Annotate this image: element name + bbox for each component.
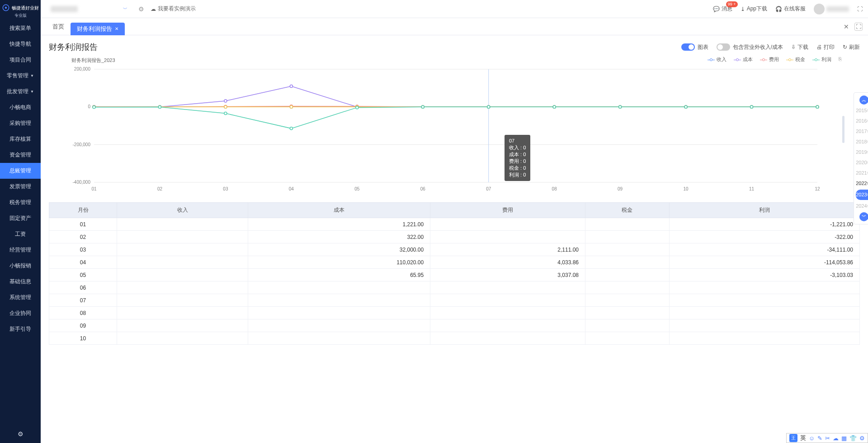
year-2020年[interactable]: 2020年: [854, 157, 868, 168]
year-2024年[interactable]: 2024年: [854, 201, 868, 211]
year-2018年[interactable]: 2018年: [854, 137, 868, 147]
cell-expense: [430, 231, 585, 243]
year-2015年[interactable]: 2015年: [854, 105, 868, 116]
cell-cost: [248, 332, 430, 345]
download-icon: ⤓: [741, 6, 745, 12]
sidebar-item-11[interactable]: 税务管理: [0, 195, 41, 210]
ime-scissors-icon[interactable]: ✂: [825, 435, 830, 442]
sidebar-item-0[interactable]: 搜索菜单: [0, 20, 41, 36]
year-2021年[interactable]: 2021年: [854, 168, 868, 178]
sidebar-item-8[interactable]: 资金管理: [0, 147, 41, 163]
svg-text:09: 09: [618, 186, 623, 191]
profit-chart[interactable]: 200,0000-200,000-400,0000102030405060708…: [49, 65, 826, 196]
cell-cost: [248, 307, 430, 319]
sidebar-item-2[interactable]: 项目合同: [0, 52, 41, 68]
col-cost: 成本: [248, 203, 430, 218]
ime-edit-icon[interactable]: ✎: [817, 435, 822, 442]
headset-icon: 🎧: [775, 6, 782, 12]
sidebar-item-1[interactable]: 快捷导航: [0, 36, 41, 52]
cell-income: [117, 243, 248, 256]
legend-save-icon[interactable]: ⎘: [839, 56, 842, 63]
year-panel: ︽ 2015年2016年2017年2018年2019年2020年2021年202…: [854, 92, 868, 224]
cell-income: [117, 307, 248, 319]
org-name-blurred: [51, 6, 78, 12]
year-2019年[interactable]: 2019年: [854, 147, 868, 157]
ime-panel-icon[interactable]: ▦: [841, 435, 847, 442]
settings-icon[interactable]: ⚙: [138, 5, 144, 13]
sidebar-item-5[interactable]: 小畅电商: [0, 100, 41, 115]
svg-text:05: 05: [354, 186, 360, 191]
cell-month: 10: [49, 332, 117, 345]
year-2022年[interactable]: 2022年: [854, 178, 868, 189]
cell-tax: [585, 294, 670, 307]
tab-home[interactable]: 首页: [46, 18, 71, 35]
fullscreen-icon[interactable]: ⛶: [857, 6, 863, 12]
expand-icon[interactable]: ⛶: [854, 23, 863, 31]
extra-cost-toggle[interactable]: [717, 43, 730, 51]
legend-expense[interactable]: 费用: [760, 56, 779, 63]
legend-cost[interactable]: 成本: [734, 56, 753, 63]
ime-smile-icon[interactable]: ☺: [809, 435, 815, 442]
close-icon[interactable]: ✕: [115, 26, 118, 31]
sidebar-item-3[interactable]: 零售管理▼: [0, 68, 41, 84]
panel-drag-handle[interactable]: [842, 116, 844, 143]
messages-button[interactable]: 💬 消息 99 +: [713, 5, 732, 13]
legend-profit[interactable]: 利润: [812, 56, 831, 63]
sidebar-item-7[interactable]: 库存核算: [0, 131, 41, 147]
ime-toolbar[interactable]: 王 英 ☺ ✎ ✂ ☁ ▦ 👕 ⚙: [786, 433, 868, 443]
sidebar-item-13[interactable]: 工资: [0, 226, 41, 242]
year-2016年[interactable]: 2016年: [854, 116, 868, 126]
year-2017年[interactable]: 2017年: [854, 126, 868, 137]
cell-month: 09: [49, 319, 117, 332]
sidebar-settings-icon[interactable]: ⚙: [12, 425, 29, 443]
ime-cloud-icon[interactable]: ☁: [833, 435, 839, 442]
user-menu[interactable]: [814, 4, 849, 14]
svg-text:04: 04: [289, 186, 294, 191]
cell-tax: [585, 307, 670, 319]
cell-month: 07: [49, 294, 117, 307]
svg-point-38: [290, 85, 292, 87]
sidebar-item-4[interactable]: 批发管理▼: [0, 84, 41, 100]
sidebar-item-15[interactable]: 小畅报销: [0, 258, 41, 274]
ime-main-icon[interactable]: 王: [789, 434, 797, 442]
svg-point-72: [158, 105, 161, 108]
svg-text:03: 03: [223, 186, 228, 191]
sidebar-item-18[interactable]: 企业协同: [0, 305, 41, 321]
cell-cost: [248, 281, 430, 294]
chart-toggle[interactable]: [681, 43, 695, 51]
sidebar-item-12[interactable]: 固定资产: [0, 210, 41, 226]
legend-tax[interactable]: 税金: [786, 56, 805, 63]
app-download-button[interactable]: ⤓ App下载: [741, 5, 767, 13]
tab-profit-report[interactable]: 财务利润报告 ✕: [71, 23, 125, 35]
cell-cost: [248, 319, 430, 332]
table-row: 06: [49, 281, 860, 294]
ime-settings-icon[interactable]: ⚙: [859, 435, 865, 442]
download-button[interactable]: ⇩下载: [791, 43, 808, 51]
close-all-tabs-icon[interactable]: ✕: [844, 23, 849, 30]
refresh-button[interactable]: ↻刷新: [843, 43, 860, 51]
sidebar-item-19[interactable]: 新手引导: [0, 321, 41, 337]
svg-point-79: [619, 105, 622, 108]
sidebar-item-17[interactable]: 系统管理: [0, 290, 41, 305]
sidebar-item-16[interactable]: 基础信息: [0, 274, 41, 290]
year-scroll-down-icon[interactable]: ︾: [859, 212, 868, 221]
sidebar-item-9[interactable]: 总账管理: [0, 163, 41, 179]
chart-toggle-label: 图表: [698, 43, 708, 51]
org-selector[interactable]: ﹀: [46, 3, 132, 15]
sidebar-item-6[interactable]: 采购管理: [0, 115, 41, 131]
cell-tax: [585, 332, 670, 345]
cell-tax: [585, 281, 670, 294]
demo-link[interactable]: ☁ 我要看实例演示: [151, 5, 196, 13]
sidebar-item-10[interactable]: 发票管理: [0, 179, 41, 195]
ime-shirt-icon[interactable]: 👕: [849, 435, 857, 442]
customer-service-button[interactable]: 🎧 在线客服: [775, 5, 806, 13]
cell-income: [117, 231, 248, 243]
year-2023年[interactable]: 2023年: [856, 190, 868, 200]
ime-lang[interactable]: 英: [800, 434, 806, 442]
legend-income[interactable]: 收入: [708, 56, 726, 63]
print-button[interactable]: 🖨打印: [816, 43, 835, 51]
table-row: 10: [49, 332, 860, 345]
sidebar-item-14[interactable]: 经营管理: [0, 242, 41, 258]
year-scroll-up-icon[interactable]: ︽: [859, 95, 868, 105]
cell-expense: [430, 307, 585, 319]
